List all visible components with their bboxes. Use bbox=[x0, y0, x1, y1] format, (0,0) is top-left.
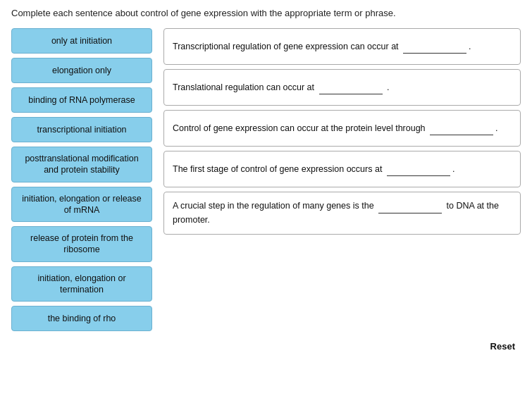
sentence-box-3[interactable]: Control of gene expression can occur at … bbox=[163, 110, 521, 147]
sentence-3-blank[interactable] bbox=[430, 121, 493, 135]
sentences-column: Transcriptional regulation of gene expre… bbox=[163, 28, 521, 331]
sentence-2-text-after: . bbox=[387, 81, 389, 94]
term-btn-4[interactable]: transcriptional initiation bbox=[11, 117, 152, 142]
sentence-4-text-after: . bbox=[452, 163, 454, 176]
term-btn-3[interactable]: binding of RNA polymerase bbox=[11, 87, 152, 113]
footer: Reset bbox=[11, 338, 521, 354]
sentence-3-text-after: . bbox=[495, 122, 497, 135]
main-layout: only at initiation elongation only bindi… bbox=[11, 28, 521, 331]
reset-button[interactable]: Reset bbox=[485, 338, 521, 354]
sentence-1-text-before: Transcriptional regulation of gene expre… bbox=[173, 40, 399, 54]
term-btn-9[interactable]: the binding of rho bbox=[11, 306, 152, 331]
terms-column: only at initiation elongation only bindi… bbox=[11, 28, 152, 331]
term-btn-2[interactable]: elongation only bbox=[11, 58, 152, 83]
sentence-box-1[interactable]: Transcriptional regulation of gene expre… bbox=[163, 28, 521, 65]
sentence-2-text-before: Translational regulation can occur at bbox=[173, 81, 314, 94]
instructions: Complete each sentence about control of … bbox=[11, 7, 521, 20]
term-btn-1[interactable]: only at initiation bbox=[11, 28, 152, 54]
sentence-1-blank[interactable] bbox=[403, 39, 466, 54]
term-btn-6[interactable]: initiation, elongation or release of mRN… bbox=[11, 187, 152, 223]
term-btn-5[interactable]: posttranslational modification and prote… bbox=[11, 147, 152, 182]
term-btn-8[interactable]: initiation, elongation or termination bbox=[11, 266, 152, 302]
sentence-1-text-after: . bbox=[469, 40, 471, 54]
sentence-4-blank[interactable] bbox=[387, 162, 450, 176]
term-btn-7[interactable]: release of protein from the ribosome bbox=[11, 226, 152, 262]
sentence-3-text-before: Control of gene expression can occur at … bbox=[173, 122, 426, 135]
sentence-box-4[interactable]: The first stage of control of gene expre… bbox=[163, 151, 521, 187]
sentence-5-blank[interactable] bbox=[378, 199, 442, 213]
sentence-4-text-before: The first stage of control of gene expre… bbox=[173, 163, 382, 176]
sentence-2-blank[interactable] bbox=[319, 80, 383, 94]
sentence-5-text-before: A crucial step in the regulation of many… bbox=[173, 201, 374, 211]
sentence-box-2[interactable]: Translational regulation can occur at . bbox=[163, 69, 521, 106]
sentence-box-5[interactable]: A crucial step in the regulation of many… bbox=[163, 192, 521, 235]
